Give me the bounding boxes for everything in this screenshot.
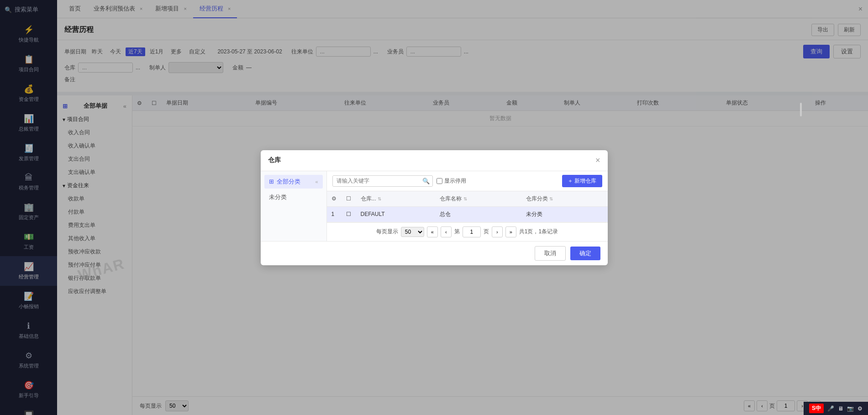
row-category: 未分类 bbox=[521, 206, 608, 222]
sort-category-icon[interactable]: ⇅ bbox=[549, 196, 553, 201]
category-all[interactable]: ⊞ 全部分类 « bbox=[264, 175, 323, 189]
modal-right-panel: 🔍 显示停用 ＋ 新增仓库 ⚙ ☐ bbox=[327, 171, 608, 241]
category-all-icon: ⊞ bbox=[269, 178, 274, 185]
modal-footer: 取消 确定 bbox=[261, 241, 608, 265]
gear-icon-status[interactable]: ⚙ bbox=[857, 405, 863, 412]
search-input[interactable] bbox=[333, 176, 420, 186]
modal-col-check[interactable]: ☐ bbox=[342, 191, 356, 207]
modal-page-suffix: 页 bbox=[484, 228, 489, 236]
modal-page-label: 第 bbox=[454, 228, 460, 236]
modal-pagination: 每页显示 50 100 « ‹ 第 页 › » 共1页，1条记录 bbox=[327, 222, 608, 241]
mic-icon[interactable]: 🎤 bbox=[827, 405, 834, 412]
modal-total: 共1页，1条记录 bbox=[519, 228, 558, 236]
search-box: 🔍 bbox=[332, 175, 433, 187]
modal-col-name: 仓库名称 ⇅ bbox=[435, 191, 521, 207]
show-disabled-checkbox[interactable] bbox=[437, 178, 442, 184]
show-disabled-label[interactable]: 显示停用 bbox=[437, 177, 466, 185]
modal-col-category: 仓库分类 ⇅ bbox=[521, 191, 608, 207]
row-code: DEFAULT bbox=[356, 206, 436, 222]
row-name: 总仓 bbox=[435, 206, 521, 222]
search-icon[interactable]: 🔍 bbox=[420, 176, 432, 186]
collapse-left-icon[interactable]: « bbox=[315, 179, 318, 184]
add-warehouse-button[interactable]: ＋ 新增仓库 bbox=[562, 175, 602, 187]
category-all-label: 全部分类 bbox=[277, 178, 300, 186]
row-num: 1 bbox=[327, 206, 342, 222]
status-logo: S中 bbox=[809, 404, 824, 413]
sort-name-icon[interactable]: ⇅ bbox=[463, 196, 467, 201]
modal-last-page[interactable]: » bbox=[505, 226, 516, 237]
warehouse-modal: 仓库 × ⊞ 全部分类 « 未分类 bbox=[261, 150, 608, 265]
status-bar: S中 🎤 🖥 📷 ⚙ bbox=[804, 402, 868, 415]
warehouse-table-row[interactable]: 1 ☐ DEFAULT 总仓 未分类 bbox=[327, 206, 608, 222]
modal-toolbar: 🔍 显示停用 ＋ 新增仓库 bbox=[327, 171, 608, 191]
modal-prev-page[interactable]: ‹ bbox=[441, 226, 452, 237]
modal-col-settings[interactable]: ⚙ bbox=[327, 191, 342, 207]
modal-category-panel: ⊞ 全部分类 « 未分类 bbox=[261, 171, 327, 241]
modal-table: ⚙ ☐ 仓库... ⇅ 仓库名称 ⇅ bbox=[327, 191, 608, 222]
modal-overlay: 仓库 × ⊞ 全部分类 « 未分类 bbox=[0, 0, 868, 415]
modal-per-page-select[interactable]: 50 100 bbox=[401, 227, 424, 237]
camera-icon[interactable]: 📷 bbox=[847, 405, 854, 412]
modal-title: 仓库 bbox=[268, 156, 281, 164]
modal-page-input[interactable] bbox=[463, 226, 481, 237]
cancel-button[interactable]: 取消 bbox=[535, 246, 566, 261]
modal-col-code: 仓库... ⇅ bbox=[356, 191, 436, 207]
category-uncategorized[interactable]: 未分类 bbox=[264, 190, 323, 204]
confirm-button[interactable]: 确定 bbox=[570, 247, 600, 260]
modal-body: ⊞ 全部分类 « 未分类 🔍 bbox=[261, 171, 608, 241]
modal-first-page[interactable]: « bbox=[427, 226, 438, 237]
screen-icon[interactable]: 🖥 bbox=[838, 405, 843, 412]
modal-next-page[interactable]: › bbox=[492, 226, 503, 237]
warehouse-table: ⚙ ☐ 仓库... ⇅ 仓库名称 ⇅ bbox=[327, 191, 608, 222]
sort-code-icon[interactable]: ⇅ bbox=[378, 196, 381, 201]
category-uncategorized-label: 未分类 bbox=[269, 194, 287, 200]
show-disabled-text: 显示停用 bbox=[444, 177, 466, 185]
modal-header: 仓库 × bbox=[261, 150, 608, 171]
row-check[interactable]: ☐ bbox=[342, 206, 356, 222]
modal-per-page-label: 每页显示 bbox=[376, 228, 398, 236]
modal-close-icon[interactable]: × bbox=[595, 156, 600, 165]
